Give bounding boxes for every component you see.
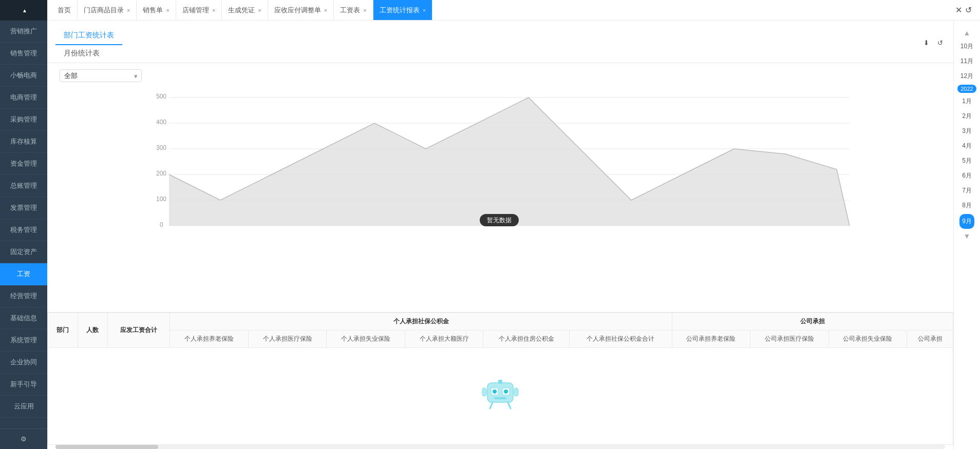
sidebar-item-系统管理[interactable]: 系统管理	[0, 329, 47, 352]
sidebar-item-采购管理[interactable]: 采购管理	[0, 109, 47, 131]
download-button[interactable]: ⬇	[924, 39, 931, 47]
col-company-pension: 公司承担养老保险	[672, 330, 750, 348]
timeline-item-10月[interactable]: 10月	[957, 39, 976, 54]
timeline-item-5月[interactable]: 5月	[957, 153, 976, 168]
scrollbar-thumb[interactable]	[55, 445, 158, 449]
sidebar-footer-settings[interactable]: ⚙	[0, 428, 47, 449]
sidebar: ▲ 营销推广销售管理小畅电商电商管理采购管理库存核算资金管理总账管理发票管理税务…	[0, 0, 47, 449]
svg-rect-23	[514, 388, 518, 396]
tab-label: 工资统计报表	[380, 6, 420, 15]
timeline-item-12月[interactable]: 12月	[957, 69, 976, 84]
sidebar-item-电商管理[interactable]: 电商管理	[0, 87, 47, 109]
tab-工资表[interactable]: 工资表×	[334, 0, 373, 21]
refresh-button[interactable]: ↺	[937, 39, 945, 47]
sidebar-item-总账管理[interactable]: 总账管理	[0, 175, 47, 197]
tab-店铺管理[interactable]: 店铺管理×	[176, 0, 222, 21]
tab-close-icon[interactable]: ×	[258, 7, 261, 13]
svg-text:400: 400	[156, 119, 166, 126]
sidebar-item-销售管理[interactable]: 销售管理	[0, 43, 47, 65]
sidebar-item-税务管理[interactable]: 税务管理	[0, 219, 47, 241]
tab-items: 首页门店商品目录×销售单×店铺管理×生成凭证×应收应付调整单×工资表×工资统计报…	[51, 0, 432, 21]
timeline-item-11月[interactable]: 11月	[957, 54, 976, 69]
sidebar-item-新手引导[interactable]: 新手引导	[0, 374, 47, 396]
col-company-other: 公司承担	[907, 330, 953, 348]
col-company-unemployment: 公司承担失业保险	[828, 330, 907, 348]
timeline-item-3月[interactable]: 3月	[957, 124, 976, 139]
sidebar-item-发票管理[interactable]: 发票管理	[0, 197, 47, 219]
col-headcount: 人数	[78, 313, 108, 348]
refresh-icon: ↺	[937, 39, 943, 47]
tab-close-icon[interactable]: ×	[324, 7, 327, 13]
settings-icon: ⚙	[21, 435, 27, 443]
sidebar-item-小畅电商[interactable]: 小畅电商	[0, 65, 47, 87]
tab-label: 生成凭证	[228, 6, 255, 15]
tab-label: 店铺管理	[182, 6, 209, 15]
timeline-item-7月[interactable]: 7月	[957, 183, 976, 198]
sub-tab-月份统计表[interactable]: 月份统计表	[55, 45, 122, 63]
department-select[interactable]: 全部	[60, 69, 142, 82]
col-personal-total: 个人承担社保公积金合计	[570, 330, 672, 348]
sidebar-items: 营销推广销售管理小畅电商电商管理采购管理库存核算资金管理总账管理发票管理税务管理…	[0, 21, 47, 418]
svg-line-24	[490, 402, 493, 408]
timeline-item-8月[interactable]: 8月	[957, 198, 976, 213]
close-all-icon[interactable]: ✕	[955, 5, 962, 15]
sidebar-item-云应用[interactable]: 云应用	[0, 396, 47, 418]
tab-工资统计报表[interactable]: 工资统计报表×	[373, 0, 432, 21]
tab-门店商品目录[interactable]: 门店商品目录×	[78, 0, 137, 21]
svg-text:200: 200	[156, 170, 166, 177]
tab-close-icon[interactable]: ×	[423, 7, 426, 13]
col-total-salary: 应发工资合计	[108, 313, 170, 348]
sidebar-item-企业协同[interactable]: 企业协同	[0, 352, 47, 374]
tab-close-icon[interactable]: ×	[166, 7, 169, 13]
col-personal-medical: 个人承担医疗保险	[248, 330, 326, 348]
main-area: 首页门店商品目录×销售单×店铺管理×生成凭证×应收应付调整单×工资表×工资统计报…	[47, 0, 980, 449]
tab-label: 应收应付调整单	[274, 6, 321, 15]
timeline-up-nav[interactable]: ▲	[962, 27, 973, 39]
chart-svg: 500 400 300 200 100 0	[55, 88, 945, 247]
tab-bar: 首页门店商品目录×销售单×店铺管理×生成凭证×应收应付调整单×工资表×工资统计报…	[47, 0, 980, 21]
tab-close-icon[interactable]: ×	[212, 7, 215, 13]
table-empty-cell	[48, 348, 953, 445]
timeline-items: 10月11月12月20221月2月3月4月5月6月7月8月9月	[957, 39, 976, 230]
sidebar-item-经营管理[interactable]: 经营管理	[0, 285, 47, 307]
tab-销售单[interactable]: 销售单×	[137, 0, 176, 21]
tab-close-icon[interactable]: ×	[363, 7, 366, 13]
sidebar-header[interactable]: ▲	[0, 0, 47, 21]
sidebar-toggle-icon[interactable]: ▲	[22, 8, 27, 13]
timeline-item-2月[interactable]: 2月	[957, 109, 976, 124]
horizontal-scrollbar[interactable]	[55, 445, 945, 449]
sidebar-item-库存核算[interactable]: 库存核算	[0, 131, 47, 153]
tab-应收应付调整单[interactable]: 应收应付调整单×	[268, 0, 334, 21]
timeline-item-2022[interactable]: 2022	[957, 85, 976, 93]
svg-marker-12	[169, 97, 850, 226]
col-group-company: 公司承担	[672, 313, 953, 330]
timeline-item-1月[interactable]: 1月	[957, 94, 976, 109]
timeline-item-4月[interactable]: 4月	[957, 139, 976, 153]
timeline-item-9月[interactable]: 9月	[959, 214, 974, 229]
sidebar-item-基础信息[interactable]: 基础信息	[0, 307, 47, 329]
filter-row: 全部	[47, 63, 953, 88]
sidebar-item-工资[interactable]: 工资	[0, 263, 47, 285]
sub-tabs: 部门工资统计表月份统计表 ⬇ ↺	[47, 21, 953, 63]
svg-text:500: 500	[156, 93, 166, 100]
tab-首页[interactable]: 首页	[51, 0, 78, 21]
sidebar-item-资金管理[interactable]: 资金管理	[0, 153, 47, 175]
col-personal-housing: 个人承担住房公积金	[483, 330, 570, 348]
tab-label: 销售单	[143, 6, 163, 15]
tab-close-icon[interactable]: ×	[127, 7, 130, 13]
svg-point-18	[493, 389, 497, 394]
timeline-panel: ▲ 10月11月12月20221月2月3月4月5月6月7月8月9月 ▼	[953, 21, 980, 449]
refresh-page-icon[interactable]: ↺	[965, 5, 972, 15]
svg-rect-20	[494, 397, 506, 399]
sub-tab-items: 部门工资统计表月份统计表	[55, 27, 122, 63]
sidebar-item-固定资产[interactable]: 固定资产	[0, 241, 47, 263]
col-department: 部门	[48, 313, 78, 348]
data-table: 部门 人数 应发工资合计 个人承担社保公积金 公司承担 个人承担养老保险 个人承…	[47, 313, 953, 445]
department-select-wrapper: 全部	[60, 69, 142, 82]
timeline-down-nav[interactable]: ▼	[962, 230, 973, 242]
sub-tab-部门工资统计表[interactable]: 部门工资统计表	[55, 27, 122, 45]
timeline-item-6月[interactable]: 6月	[957, 168, 976, 183]
sidebar-item-营销推广[interactable]: 营销推广	[0, 21, 47, 43]
tab-生成凭证[interactable]: 生成凭证×	[222, 0, 268, 21]
tab-bar-actions: ✕ ↺	[951, 5, 976, 15]
